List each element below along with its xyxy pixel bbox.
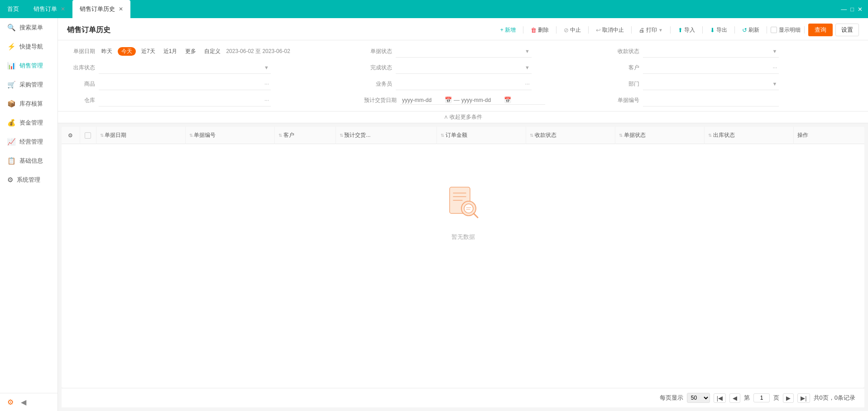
collapse-bar[interactable]: ∧ 收起更多条件	[58, 111, 868, 123]
base-icon: 📋	[7, 157, 16, 165]
last-page-btn[interactable]: ▶|	[797, 393, 810, 403]
sidebar-collapse-icon[interactable]: ◀	[21, 398, 26, 406]
total-text: 共0页，0条记录	[814, 394, 855, 402]
data-table: ⚙ ⇅ 单据日期 ⇅ 单据编号 ⇅ 客户	[62, 127, 864, 277]
toolbar-separator-1	[523, 26, 523, 34]
expected-date-to[interactable]	[461, 97, 502, 103]
date-btn-today[interactable]: 今天	[118, 47, 136, 56]
new-button[interactable]: + 新增	[497, 24, 519, 36]
billno-filter-label: 单据编号	[611, 97, 643, 104]
tab-sales-order-close[interactable]: ✕	[61, 6, 65, 12]
complete-filter-control[interactable]: ▼	[396, 61, 532, 74]
customer-filter-control[interactable]: ···	[643, 61, 779, 74]
show-detail-checkbox[interactable]	[771, 27, 777, 33]
collapse-bar-label: 收起更多条件	[450, 114, 482, 120]
show-detail-toggle[interactable]: 显示明细	[771, 26, 801, 34]
collapse-bar-icon: ∧	[444, 114, 448, 120]
date-btn-custom[interactable]: 自定义	[201, 47, 223, 56]
th-date[interactable]: ⇅ 单据日期	[96, 127, 185, 144]
date-btn-7days[interactable]: 近7天	[139, 47, 158, 56]
sidebar-item-sales[interactable]: 📊 销售管理	[0, 56, 58, 75]
calendar-icon-2[interactable]: 📅	[504, 97, 511, 103]
out-status-filter-control[interactable]: ▼	[99, 61, 271, 74]
dept-dropdown-arrow: ▼	[772, 81, 777, 87]
empty-state-cell: 暂无数据	[62, 144, 864, 278]
print-button[interactable]: 🖨 打印 ▼	[635, 24, 667, 36]
sidebar-item-ops[interactable]: 📈 经营管理	[0, 132, 58, 151]
th-billno[interactable]: ⇅ 单据编号	[185, 127, 274, 144]
tab-sales-order-history[interactable]: 销售订单历史 ✕	[72, 0, 130, 18]
cancel-stop-button[interactable]: ↩ 取消中止	[592, 24, 628, 36]
th-out-status[interactable]: ⇅ 出库状态	[705, 127, 794, 144]
quicknav-icon: ⚡	[7, 43, 16, 51]
toolbar-separator-7	[734, 26, 735, 34]
stop-icon: ⊘	[564, 27, 569, 34]
filter-row-3: 商品 ··· 业务员 ··· 部门 ▼	[67, 77, 859, 90]
show-detail-label-text: 显示明细	[779, 26, 801, 34]
calendar-icon-1[interactable]: 📅	[445, 97, 452, 103]
sidebar-item-search[interactable]: 🔍 搜索菜单	[0, 18, 58, 37]
complete-filter-label: 完成状态	[364, 64, 396, 72]
th-expected-date[interactable]: ⇅ 预计交货...	[336, 127, 436, 144]
th-customer[interactable]: ⇅ 客户	[274, 127, 336, 144]
payment-filter-control[interactable]: ▼	[643, 45, 779, 58]
window-minimize-btn[interactable]: —	[841, 6, 847, 13]
search-button[interactable]: 查询	[808, 24, 833, 36]
sidebar-item-base-label: 基础信息	[19, 157, 43, 165]
svg-line-6	[474, 213, 478, 218]
status-filter-control[interactable]: ▼	[396, 45, 532, 58]
first-page-btn[interactable]: |◀	[714, 393, 726, 403]
salesperson-filter-control[interactable]: ···	[396, 77, 532, 90]
stop-button-label: 中止	[570, 26, 581, 34]
sidebar-item-system[interactable]: ⚙ 系统管理	[0, 170, 58, 189]
th-bill-status[interactable]: ⇅ 单据状态	[615, 127, 705, 144]
purchase-icon: 🛒	[7, 81, 16, 89]
filter-group-customer: 客户 ···	[611, 61, 859, 74]
stop-button[interactable]: ⊘ 中止	[560, 24, 585, 36]
sidebar-item-ops-label: 经营管理	[19, 138, 43, 146]
sidebar-bottom: ⚙ ◀	[0, 393, 58, 411]
tab-sales-order-history-close[interactable]: ✕	[119, 6, 123, 12]
sidebar-item-inventory[interactable]: 📦 库存核算	[0, 94, 58, 113]
print-button-label: 打印	[646, 26, 657, 34]
next-page-btn[interactable]: ▶	[783, 393, 794, 403]
tab-home[interactable]: 首页	[0, 0, 26, 18]
sidebar-item-finance[interactable]: 💰 资金管理	[0, 113, 58, 132]
delete-button[interactable]: 🗑 删除	[527, 24, 552, 36]
settings-button[interactable]: 设置	[835, 24, 859, 36]
import-button[interactable]: ⬆ 导入	[674, 24, 699, 36]
tab-sales-order[interactable]: 销售订单 ✕	[26, 0, 72, 18]
export-button[interactable]: ⬇ 导出	[706, 24, 731, 36]
th-checkbox[interactable]	[80, 127, 96, 144]
sidebar: 🔍 搜索菜单 ⚡ 快捷导航 📊 销售管理 🛒 采购管理 📦 库存核算 💰 资金管…	[0, 18, 58, 411]
date-btn-1month[interactable]: 近1月	[161, 47, 180, 56]
filter-row-1: 单据日期 昨天 今天 近7天 近1月 更多 自定义 2023-06-02 至 2…	[67, 45, 859, 58]
warehouse-filter-control[interactable]: ···	[99, 94, 271, 106]
product-filter-control[interactable]: ···	[99, 77, 271, 90]
th-payment-status[interactable]: ⇅ 收款状态	[526, 127, 615, 144]
sidebar-settings-icon[interactable]: ⚙	[7, 398, 14, 406]
window-maximize-btn[interactable]: □	[850, 6, 854, 13]
page-number-input[interactable]	[753, 393, 770, 402]
th-action: 操作	[794, 127, 864, 144]
date-btn-yesterday[interactable]: 昨天	[99, 47, 115, 56]
th-amount[interactable]: ⇅ 订单金额	[436, 127, 526, 144]
window-close-btn[interactable]: ✕	[858, 6, 863, 13]
date-btn-more[interactable]: 更多	[182, 47, 199, 56]
refresh-button[interactable]: ↺ 刷新	[739, 24, 763, 36]
dept-filter-control[interactable]: ▼	[643, 77, 779, 90]
per-page-select[interactable]: 50 10 20 100	[687, 393, 710, 403]
sidebar-item-quicknav[interactable]: ⚡ 快捷导航	[0, 37, 58, 56]
search-icon: 🔍	[7, 24, 16, 32]
filter-group-warehouse: 仓库 ···	[67, 94, 364, 106]
warehouse-dots: ···	[264, 97, 269, 103]
svg-point-5	[464, 204, 473, 213]
content: 销售订单历史 + 新增 🗑 删除 ⊘ 中止 ↩ 取消中止	[58, 18, 868, 411]
billno-filter-control[interactable]	[643, 94, 779, 106]
top-bar: 首页 销售订单 ✕ 销售订单历史 ✕ — □ ✕	[0, 0, 868, 18]
prev-page-btn[interactable]: ◀	[729, 393, 740, 403]
sidebar-item-base[interactable]: 📋 基础信息	[0, 151, 58, 170]
expected-date-from[interactable]	[402, 97, 443, 103]
sidebar-item-purchase[interactable]: 🛒 采购管理	[0, 75, 58, 94]
th-settings[interactable]: ⚙	[62, 127, 80, 144]
